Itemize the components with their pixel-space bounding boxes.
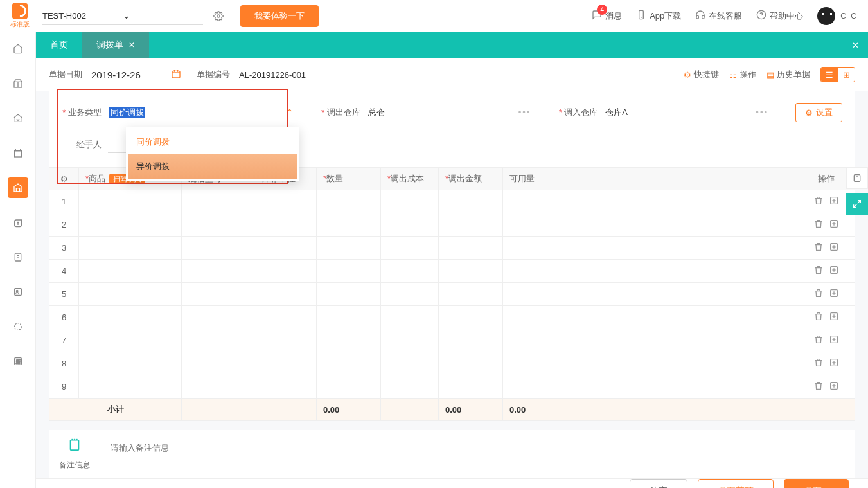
messages-label: 消息 (605, 10, 622, 22)
help-label: 帮助中心 (770, 10, 803, 22)
service-label: 在线客服 (709, 10, 742, 22)
logo-icon (12, 3, 28, 19)
company-name: TEST-H002 (42, 11, 123, 21)
topbar-right: 4 消息 App下载 在线客服 帮助中心 C C (592, 7, 858, 25)
topbar: 标准版 TEST-H002 ⌄ 我要体验一下 4 消息 App下载 在线客服 (0, 0, 868, 32)
avatar (817, 7, 835, 25)
messages-link[interactable]: 4 消息 (592, 10, 622, 22)
online-service-link[interactable]: 在线客服 (695, 10, 742, 22)
company-selector[interactable]: TEST-H002 ⌄ (42, 6, 203, 25)
logo: 标准版 (10, 3, 30, 29)
trial-button[interactable]: 我要体验一下 (240, 5, 319, 27)
phone-icon (636, 10, 646, 22)
user-name: C C (840, 12, 858, 21)
settings-icon[interactable] (209, 7, 227, 25)
headset-icon (695, 10, 705, 22)
help-link[interactable]: 帮助中心 (756, 10, 803, 22)
logo-edition: 标准版 (10, 20, 30, 29)
user-menu[interactable]: C C (817, 7, 858, 25)
chevron-down-icon: ⌄ (123, 10, 203, 21)
app-download-link[interactable]: App下载 (636, 10, 681, 22)
help-icon (756, 10, 766, 22)
svg-point-0 (217, 15, 220, 17)
svg-rect-1 (639, 10, 644, 19)
app-label: App下载 (650, 10, 681, 22)
